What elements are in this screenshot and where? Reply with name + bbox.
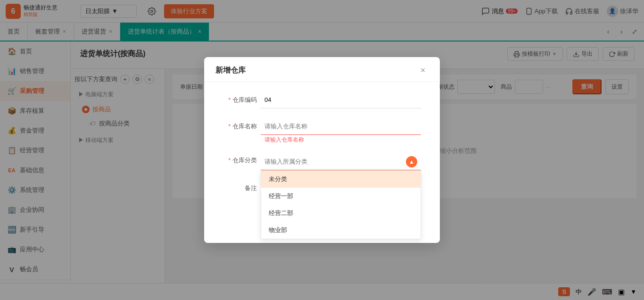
- dropdown-item-property[interactable]: 物业部: [261, 222, 421, 239]
- new-warehouse-dialog: 新增仓库 × * 仓库编码 * 仓库名称: [204, 57, 440, 243]
- dialog-header: 新增仓库 ×: [204, 57, 440, 82]
- name-field-row: * 仓库名称 请输入仓库名称: [223, 118, 421, 144]
- dialog-body: * 仓库编码 * 仓库名称 请输入仓库名称: [204, 82, 440, 216]
- category-dropdown-toggle[interactable]: ▲: [406, 156, 417, 167]
- dropdown-item-none[interactable]: 未分类: [261, 171, 421, 188]
- dialog-overlay[interactable]: 新增仓库 × * 仓库编码 * 仓库名称: [0, 0, 644, 300]
- name-error-msg: 请输入仓库名称: [264, 136, 304, 144]
- remark-label: 备注: [223, 184, 261, 192]
- dropdown-item-dept2[interactable]: 经营二部: [261, 205, 421, 222]
- code-label: * 仓库编码: [223, 96, 261, 104]
- code-input[interactable]: [261, 92, 421, 108]
- code-field-row: * 仓库编码: [223, 92, 421, 108]
- dialog-title: 新增仓库: [215, 66, 246, 75]
- code-required-mark: *: [228, 96, 231, 103]
- dialog-close-button[interactable]: ×: [417, 65, 429, 76]
- name-input[interactable]: [261, 118, 421, 135]
- category-input[interactable]: [261, 153, 421, 170]
- name-required-mark: *: [228, 123, 231, 130]
- name-label: * 仓库名称: [223, 122, 261, 131]
- category-label: * 仓库分类: [223, 153, 261, 165]
- category-dropdown: 未分类 经营一部 经营二部 物业部: [261, 170, 421, 239]
- category-required-mark: *: [228, 157, 231, 164]
- category-select-wrap: ▲ 未分类 经营一部 经营二部 物业部: [261, 153, 421, 170]
- category-field-row: * 仓库分类 ▲ 未分类 经营一部 经营二部 物业部: [223, 153, 421, 170]
- dropdown-item-dept1[interactable]: 经营一部: [261, 188, 421, 205]
